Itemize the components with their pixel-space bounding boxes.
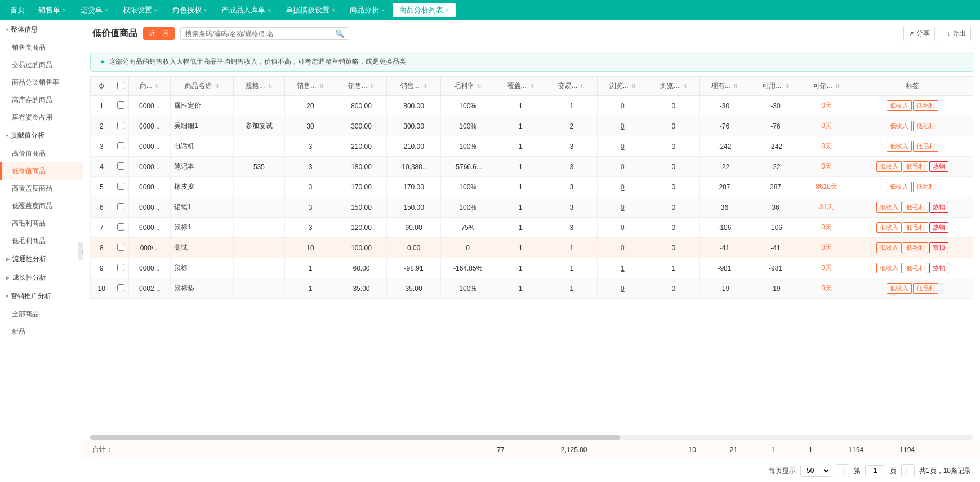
view1-link[interactable]: 0 [621,102,625,110]
view1-link[interactable]: 0 [621,163,625,171]
close-icon[interactable]: × [105,7,108,14]
cell-view1[interactable]: 0 [597,177,648,197]
row-checkbox[interactable] [117,142,124,149]
nav-home[interactable]: 首页 [5,3,30,17]
sidebar-group-liquidity[interactable]: ▶ 流通性分析 [0,250,83,268]
nav-item-purchase[interactable]: 进货单 × [74,3,115,17]
row-checkbox[interactable] [117,264,124,271]
col-settings[interactable]: ⚙ [91,77,113,96]
row-checkbox[interactable] [117,162,124,170]
nav-item-template[interactable]: 单据模板设置 × [279,3,342,17]
cell-view1[interactable]: 0 [597,116,648,136]
sidebar-item-high-coverage[interactable]: 高覆盖度商品 [0,180,83,197]
sidebar-item-high-value[interactable]: 高价值商品 [0,145,83,162]
cell-view1[interactable]: 0 [597,136,648,157]
nav-item-roles[interactable]: 角色授权 × [166,3,214,17]
col-current-stock[interactable]: 现有... ⇅ [699,77,750,96]
view1-link[interactable]: 0 [621,122,625,130]
view1-link[interactable]: 0 [621,285,625,293]
close-icon[interactable]: × [204,7,207,14]
cell-checkbox[interactable] [113,238,128,258]
col-view1[interactable]: 浏览... ⇅ [597,77,648,96]
row-checkbox[interactable] [117,223,124,231]
cell-checkbox[interactable] [113,116,128,136]
row-checkbox[interactable] [117,101,124,109]
view1-link[interactable]: 0 [621,224,625,232]
cell-checkbox[interactable] [113,136,128,157]
prev-page-btn[interactable]: 《 [836,464,849,477]
view1-link[interactable]: 0 [621,204,625,211]
col-coverage[interactable]: 覆盖... ⇅ [495,77,546,96]
sidebar-item-category-rate[interactable]: 商品分类销售率 [0,74,83,91]
nav-item-sales[interactable]: 销售单 × [32,3,73,17]
cell-view1[interactable]: 0 [597,96,648,116]
col-view2[interactable]: 浏览... ⇅ [648,77,700,96]
cell-checkbox[interactable] [113,218,128,238]
cell-checkbox[interactable] [113,258,128,278]
sidebar-item-all-goods[interactable]: 全部商品 [0,306,83,323]
sidebar-collapse-btn[interactable]: « [78,242,83,260]
cell-view1[interactable]: 0 [597,238,648,258]
col-name[interactable]: 商品名称 ⇅ [171,77,234,96]
cell-checkbox[interactable] [113,278,128,299]
sidebar-group-growth[interactable]: ▶ 成长性分析 [0,268,83,287]
export-btn[interactable]: ↓ 导出 [942,26,971,41]
col-spec[interactable]: 规格... ⇅ [233,77,285,96]
close-icon[interactable]: × [332,7,335,14]
close-icon[interactable]: × [446,7,449,14]
cell-checkbox[interactable] [113,157,128,177]
col-sale-qty[interactable]: 销售... ⇅ [285,77,336,96]
filter-btn[interactable]: 近一月 [143,27,175,40]
sidebar-item-low-coverage[interactable]: 低覆盖度商品 [0,197,83,215]
col-sale-price[interactable]: 销售... ⇅ [336,77,387,96]
cell-checkbox[interactable] [113,197,128,218]
col-available-stock[interactable]: 可用... ⇅ [750,77,801,96]
scrollbar[interactable] [90,435,973,440]
cell-view1[interactable]: 1 [597,258,648,278]
col-transaction[interactable]: 交易... ⇅ [546,77,598,96]
nav-item-analysis-list[interactable]: 商品分析列表 × [393,3,456,17]
col-gross-rate[interactable]: 毛利率 ⇅ [440,77,495,96]
sidebar-item-high-stock[interactable]: 高库存的商品 [0,91,83,109]
view1-link[interactable]: 0 [621,183,625,191]
cell-view1[interactable]: 0 [597,218,648,238]
view1-link[interactable]: 0 [621,244,625,252]
sidebar-item-low-margin[interactable]: 低毛利商品 [0,232,83,250]
nav-item-permissions[interactable]: 权限设置 × [116,3,164,17]
next-page-btn[interactable]: 》 [901,464,915,477]
col-checkbox[interactable] [113,77,128,96]
view1-link[interactable]: 0 [621,143,625,151]
sidebar-group-marketing[interactable]: ▾ 营销推广分析 [0,287,83,306]
sidebar-item-new-goods[interactable]: 新品 [0,323,83,341]
row-checkbox[interactable] [117,122,124,129]
row-checkbox[interactable] [117,244,124,251]
share-btn[interactable]: ↗ 分享 [903,26,935,41]
close-icon[interactable]: × [381,7,385,14]
col-code[interactable]: 商... ⇅ [128,77,171,96]
close-icon[interactable]: × [154,7,158,14]
row-checkbox[interactable] [117,203,124,210]
sidebar-group-contribution[interactable]: ▾ 贡献值分析 [0,126,83,145]
page-input[interactable] [865,465,885,476]
sidebar-item-sales-goods[interactable]: 销售类商品 [0,39,83,56]
sidebar-item-stock-capital[interactable]: 库存资金占用 [0,109,83,126]
cell-checkbox[interactable] [113,96,128,116]
select-all-checkbox[interactable] [117,82,124,89]
cell-view1[interactable]: 0 [597,278,648,299]
search-input[interactable] [185,30,333,38]
sidebar-item-high-margin[interactable]: 高毛利商品 [0,215,83,232]
page-size-select[interactable]: 50 100 200 [800,465,831,477]
row-checkbox[interactable] [117,284,124,291]
sidebar-item-low-value[interactable]: 低价值商品 [0,162,83,180]
col-sale-total[interactable]: 销售... ⇅ [387,77,441,96]
cell-view1[interactable]: 0 [597,157,648,177]
cell-view1[interactable]: 0 [597,197,648,218]
nav-item-analysis[interactable]: 商品分析 × [343,3,391,17]
sidebar-group-overview[interactable]: ▾ 整体信息 [0,20,83,39]
nav-item-warehouse[interactable]: 产成品入库单 × [215,3,278,17]
view1-link[interactable]: 1 [621,264,625,272]
cell-checkbox[interactable] [113,177,128,197]
row-checkbox[interactable] [117,183,124,190]
close-icon[interactable]: × [63,7,66,14]
col-sellable[interactable]: 可销... ⇅ [801,77,852,96]
